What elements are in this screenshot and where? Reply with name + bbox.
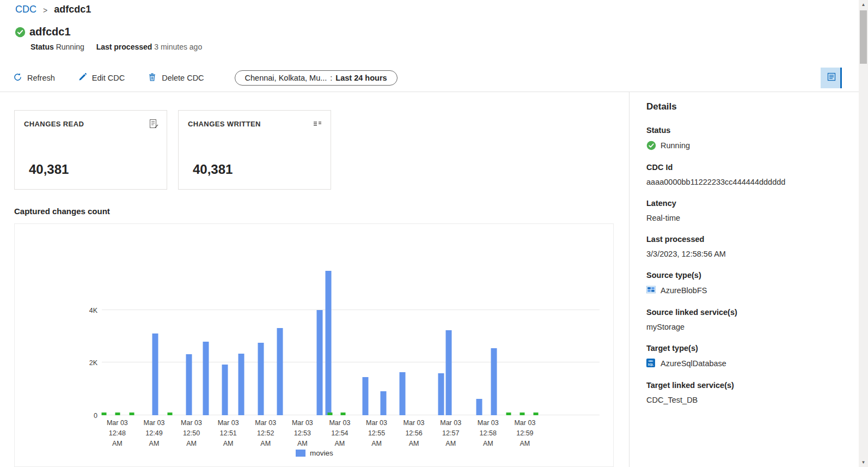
- detail-value: AzureSqlDatabase: [661, 359, 726, 368]
- bar-movies: [277, 328, 283, 415]
- edit-cdc-button[interactable]: Edit CDC: [76, 69, 127, 87]
- detail-field-status: Status Running: [646, 126, 853, 150]
- x-tick-label: Mar 03 12:52 AM: [255, 418, 276, 449]
- bar-movies: [438, 373, 444, 415]
- detail-value: CDC_Test_DB: [646, 396, 853, 404]
- x-tick-label: Mar 03 12:55 AM: [366, 418, 387, 449]
- details-pane-toggle-button[interactable]: [821, 68, 842, 88]
- detail-field-last-processed: Last processed 3/3/2023, 12:58:56 AM: [646, 235, 853, 258]
- bar-movies: [203, 342, 209, 415]
- x-tick-label: Mar 03 12:59 AM: [514, 418, 535, 449]
- detail-value: AzureBlobFS: [661, 286, 707, 295]
- time-filter-pill[interactable]: Chennai, Kolkata, Mu... : Last 24 hours: [235, 70, 398, 86]
- edit-cdc-label: Edit CDC: [92, 74, 125, 82]
- delete-cdc-button[interactable]: Delete CDC: [145, 69, 206, 87]
- detail-label: Target linked service(s): [646, 381, 853, 390]
- changes-written-card: CHANGES WRITTEN 40,381: [178, 110, 331, 190]
- baseline-marker: [341, 413, 346, 415]
- svg-text:SQL: SQL: [648, 363, 653, 366]
- toolbar: Refresh Edit CDC Delete CDC Chennai, Kol…: [0, 64, 868, 92]
- bar-movies: [238, 354, 244, 415]
- x-tick-label: Mar 03 12:51 AM: [218, 418, 239, 449]
- detail-label: Source type(s): [646, 271, 853, 280]
- baseline-marker: [520, 413, 525, 415]
- card-title: CHANGES WRITTEN: [188, 120, 261, 128]
- x-tick-label: Mar 03 12:50 AM: [181, 418, 202, 449]
- card-title: CHANGES READ: [24, 120, 84, 128]
- scrollbar-thumb[interactable]: [860, 10, 867, 64]
- report-icon: [148, 118, 159, 131]
- chart-legend: movies: [15, 449, 614, 457]
- last-processed-label: Last processed: [96, 43, 152, 51]
- list-icon: [312, 118, 323, 131]
- bar-movies: [258, 343, 264, 415]
- refresh-label: Refresh: [27, 74, 55, 82]
- baseline-marker: [506, 413, 511, 415]
- filter-sources-text: Chennai, Kolkata, Mu...: [245, 74, 327, 82]
- bar-movies: [400, 372, 406, 415]
- filter-range-text: Last 24 hours: [335, 74, 387, 82]
- success-icon: [646, 141, 656, 150]
- detail-field-target-type: Target type(s) SQL AzureSqlDatabase: [646, 344, 853, 368]
- y-tick-label: 2K: [77, 359, 97, 367]
- trash-icon: [148, 72, 157, 83]
- bar-movies: [362, 377, 368, 415]
- scrollbar-up-arrow[interactable]: ▲: [859, 0, 868, 9]
- filter-separator: :: [330, 74, 332, 82]
- details-title: Details: [646, 101, 853, 112]
- gridline: [102, 415, 600, 415]
- last-processed-value: 3 minutes ago: [154, 43, 202, 51]
- bar-movies: [381, 391, 387, 415]
- changes-read-value: 40,381: [29, 162, 69, 177]
- baseline-marker: [168, 413, 173, 415]
- changes-read-card: CHANGES READ 40,381: [14, 110, 167, 190]
- details-pane-icon: [826, 71, 837, 84]
- detail-field-target-linked-service: Target linked service(s) CDC_Test_DB: [646, 381, 853, 404]
- detail-label: CDC Id: [646, 163, 853, 172]
- detail-field-cdc-id: CDC Id aaaa0000bb11222233cc444444dddddd: [646, 163, 853, 186]
- chart-section-title: Captured changes count: [14, 207, 110, 216]
- baseline-marker: [327, 413, 332, 415]
- detail-label: Source linked service(s): [646, 308, 853, 317]
- detail-field-source-linked-service: Source linked service(s) myStorage: [646, 308, 853, 331]
- detail-value: aaaa0000bb11222233cc444444dddddd: [646, 178, 853, 186]
- scrollbar-down-arrow[interactable]: ▼: [859, 458, 868, 467]
- sql-database-icon: SQL: [646, 359, 656, 368]
- detail-value: Real-time: [646, 214, 853, 222]
- breadcrumb: CDC > adfcdc1: [15, 4, 91, 15]
- detail-value: myStorage: [646, 323, 853, 331]
- page-header: adfcdc1: [15, 26, 71, 38]
- refresh-icon: [13, 72, 22, 83]
- vertical-scrollbar[interactable]: ▲ ▼: [859, 0, 868, 467]
- gridline: [102, 310, 600, 310]
- delete-cdc-label: Delete CDC: [162, 74, 204, 82]
- bar-movies: [317, 310, 323, 415]
- bar-movies: [152, 333, 158, 415]
- bar-movies: [186, 354, 192, 415]
- baseline-marker: [115, 413, 120, 415]
- chart-plot: 02K4K: [102, 247, 600, 415]
- detail-label: Latency: [646, 199, 853, 208]
- baseline-marker: [534, 413, 539, 415]
- chart-xaxis: Mar 03 12:48 AMMar 03 12:49 AMMar 03 12:…: [15, 418, 614, 450]
- page-title: adfcdc1: [29, 26, 71, 38]
- x-tick-label: Mar 03 12:48 AM: [107, 418, 128, 449]
- status-value: Running: [56, 43, 84, 51]
- blob-storage-icon: [646, 286, 656, 295]
- pencil-icon: [78, 72, 87, 83]
- success-icon: [15, 27, 26, 38]
- bar-movies: [446, 330, 452, 415]
- refresh-button[interactable]: Refresh: [11, 69, 57, 87]
- detail-label: Target type(s): [646, 344, 853, 353]
- breadcrumb-separator: >: [43, 6, 47, 15]
- detail-label: Last processed: [646, 235, 853, 244]
- legend-label: movies: [310, 449, 333, 457]
- gridline: [102, 362, 600, 362]
- y-tick-label: 4K: [77, 307, 97, 314]
- baseline-marker: [101, 413, 106, 415]
- breadcrumb-cdc-link[interactable]: CDC: [15, 4, 36, 15]
- detail-value: 3/3/2023, 12:58:56 AM: [646, 250, 853, 258]
- x-tick-label: Mar 03 12:53 AM: [292, 418, 313, 449]
- status-label: Status: [30, 43, 54, 51]
- bar-movies: [222, 365, 228, 415]
